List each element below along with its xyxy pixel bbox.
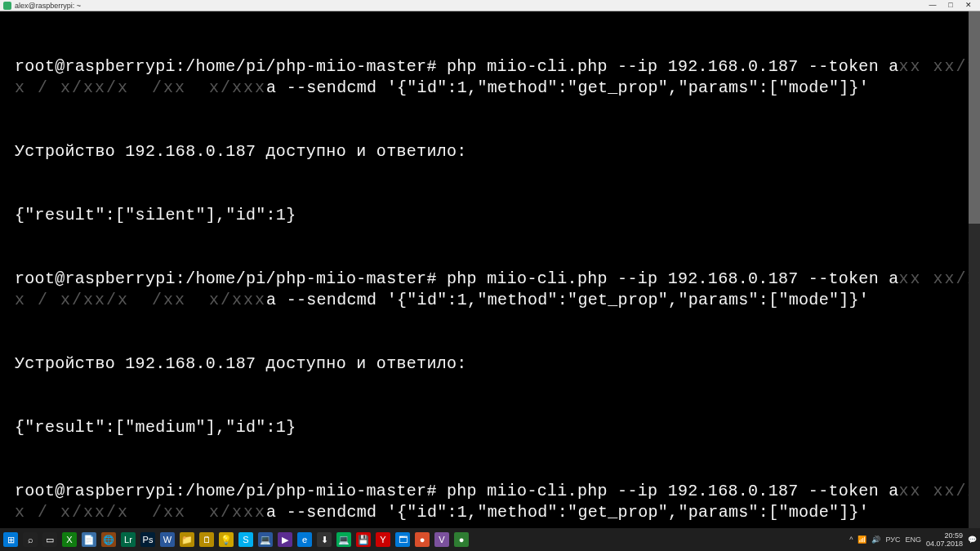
taskbar-app-icon[interactable]: Y bbox=[376, 532, 390, 547]
window-title: alex@raspberrypi: ~ bbox=[15, 2, 923, 10]
taskbar-app-icon[interactable]: ⌕ bbox=[23, 532, 38, 547]
taskbar-app-icon[interactable]: 🌐 bbox=[101, 532, 116, 547]
taskbar-app-icon[interactable]: V bbox=[434, 532, 449, 547]
taskbar-app-icon[interactable]: Ps bbox=[140, 532, 155, 547]
tray-lang[interactable]: ENG bbox=[905, 535, 921, 544]
terminal-line: root@raspberrypi:/home/pi/php-miio-maste… bbox=[15, 481, 980, 523]
tray-notifications-icon[interactable]: 💬 bbox=[968, 535, 977, 544]
maximize-button[interactable]: □ bbox=[942, 1, 959, 11]
taskbar: ⊞⌕▭X📄🌐LrPsW📁🗒💡S💻▶e⬇💻💾Y🗔●V● ^ 📶 🔊 РУС ENG… bbox=[0, 528, 980, 551]
minimize-button[interactable]: — bbox=[924, 1, 941, 11]
titlebar[interactable]: alex@raspberrypi: ~ — □ ✕ bbox=[0, 0, 980, 11]
tray-network-icon[interactable]: 📶 bbox=[858, 535, 866, 544]
taskbar-app-icon[interactable]: 🗒 bbox=[199, 532, 214, 547]
clock[interactable]: 20:59 04.07.2018 bbox=[926, 531, 963, 548]
tray-volume-icon[interactable]: 🔊 bbox=[871, 535, 880, 544]
taskbar-app-icon[interactable]: 💾 bbox=[356, 532, 371, 547]
taskbar-app-icon[interactable]: e bbox=[297, 532, 312, 547]
terminal-line: Устройство 192.168.0.187 доступно и отве… bbox=[15, 353, 980, 375]
taskbar-app-icon[interactable]: 💡 bbox=[219, 532, 234, 547]
taskbar-app-icon[interactable]: 🗔 bbox=[395, 532, 410, 547]
taskbar-app-icon[interactable]: ● bbox=[415, 532, 430, 547]
taskbar-app-icon[interactable]: ● bbox=[454, 532, 469, 547]
taskbar-app-icon[interactable]: ⊞ bbox=[3, 532, 18, 547]
terminal-line: {"result":["medium"],"id":1} bbox=[15, 417, 980, 438]
taskbar-app-icon[interactable]: W bbox=[160, 532, 175, 547]
terminal-viewport[interactable]: root@raspberrypi:/home/pi/php-miio-maste… bbox=[0, 11, 980, 528]
close-button[interactable]: ✕ bbox=[960, 1, 977, 11]
taskbar-app-icon[interactable]: 📁 bbox=[180, 532, 194, 547]
taskbar-app-icon[interactable]: ⬇ bbox=[317, 532, 332, 547]
taskbar-app-icon[interactable]: S bbox=[238, 532, 253, 547]
terminal-line: root@raspberrypi:/home/pi/php-miio-maste… bbox=[15, 56, 980, 99]
scrollbar-thumb[interactable] bbox=[969, 11, 980, 224]
system-tray[interactable]: ^ 📶 🔊 РУС ENG 20:59 04.07.2018 💬 bbox=[849, 531, 977, 548]
app-icon bbox=[3, 2, 11, 10]
taskbar-app-icon[interactable]: 💻 bbox=[336, 532, 351, 547]
taskbar-app-icon[interactable]: ▶ bbox=[278, 532, 292, 547]
taskbar-app-icon[interactable]: X bbox=[62, 532, 77, 547]
taskbar-app-icon[interactable]: ▭ bbox=[42, 532, 57, 547]
tray-lang[interactable]: РУС bbox=[885, 535, 900, 544]
taskbar-app-icon[interactable]: Lr bbox=[121, 532, 136, 547]
taskbar-app-icon[interactable]: 📄 bbox=[82, 532, 96, 547]
terminal-line: root@raspberrypi:/home/pi/php-miio-maste… bbox=[15, 269, 980, 311]
terminal-line: {"result":["silent"],"id":1} bbox=[15, 205, 980, 226]
terminal-line: Устройство 192.168.0.187 доступно и отве… bbox=[15, 141, 980, 162]
app-window: alex@raspberrypi: ~ — □ ✕ root@raspberry… bbox=[0, 0, 980, 551]
scrollbar[interactable] bbox=[969, 11, 980, 528]
taskbar-app-icon[interactable]: 💻 bbox=[258, 532, 273, 547]
tray-chevron-icon[interactable]: ^ bbox=[849, 535, 853, 544]
